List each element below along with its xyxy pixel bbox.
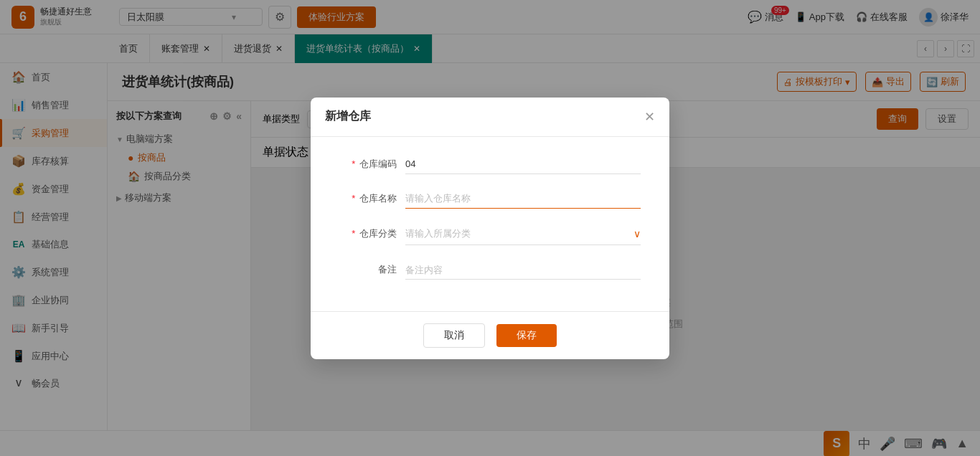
form-row-code: * 仓库编码 xyxy=(339,154,641,174)
modal-overlay[interactable]: 新增仓库 ✕ * 仓库编码 * 仓库名称 xyxy=(0,0,980,456)
category-dropdown-icon: ∨ xyxy=(633,228,641,239)
form-row-category: * 仓库分类 请输入所属分类 ∨ xyxy=(339,223,641,245)
name-label: * 仓库名称 xyxy=(339,192,397,205)
category-placeholder: 请输入所属分类 xyxy=(405,227,471,240)
remark-label: 备注 xyxy=(339,263,397,276)
modal-title: 新增仓库 xyxy=(325,109,371,124)
cancel-button[interactable]: 取消 xyxy=(423,323,485,348)
name-input[interactable] xyxy=(405,189,641,209)
form-row-remark: 备注 xyxy=(339,260,641,280)
required-star-2: * xyxy=(352,193,355,204)
required-star-1: * xyxy=(352,158,355,169)
code-input[interactable] xyxy=(405,154,641,174)
modal-header: 新增仓库 ✕ xyxy=(311,98,669,137)
remark-textarea[interactable] xyxy=(405,260,641,280)
modal-close-button[interactable]: ✕ xyxy=(644,109,655,125)
code-label: * 仓库编码 xyxy=(339,158,397,171)
modal-body: * 仓库编码 * 仓库名称 * 仓库分类 请输入 xyxy=(311,137,669,311)
modal-footer: 取消 保存 xyxy=(311,311,669,359)
category-select[interactable]: 请输入所属分类 ∨ xyxy=(405,223,641,245)
save-button[interactable]: 保存 xyxy=(496,324,557,347)
category-label: * 仓库分类 xyxy=(339,227,397,240)
required-star-3: * xyxy=(352,228,355,239)
form-row-name: * 仓库名称 xyxy=(339,189,641,209)
new-warehouse-modal: 新增仓库 ✕ * 仓库编码 * 仓库名称 xyxy=(311,98,669,359)
